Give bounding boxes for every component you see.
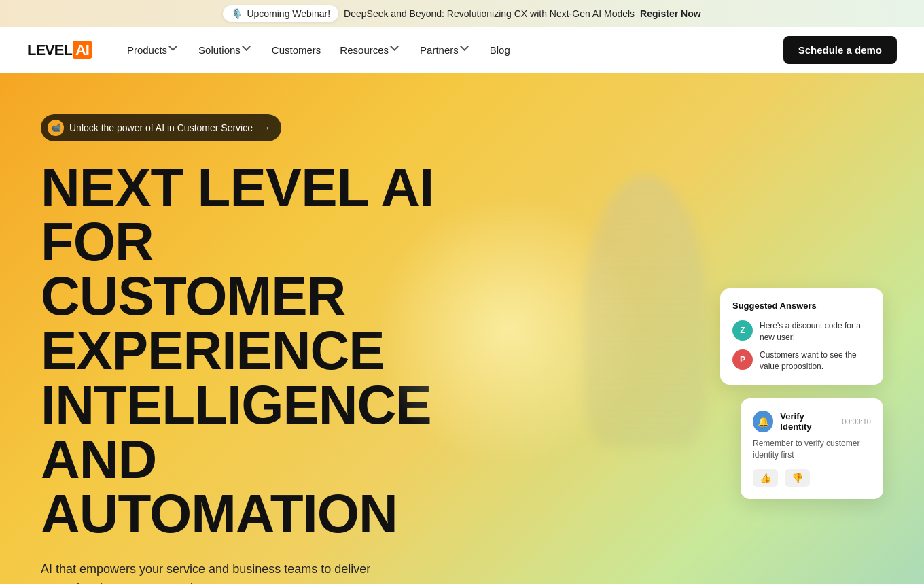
verify-title: Verify Identity <box>780 411 835 432</box>
hero-cards: Suggested Answers Z Here's a discount co… <box>720 288 883 499</box>
nav-resources[interactable]: Resources <box>332 39 409 61</box>
logo-highlight: AI <box>73 41 92 59</box>
verify-time: 00:00:10 <box>842 417 871 426</box>
suggestion-item-2: P Customers want to see the value propos… <box>732 350 871 373</box>
suggested-answers-card: Suggested Answers Z Here's a discount co… <box>720 288 883 385</box>
pill-video-icon: 📹 <box>48 120 64 136</box>
pill-arrow-icon: → <box>261 122 270 133</box>
suggestion-text-1: Here's a discount code for a new user! <box>760 320 871 343</box>
avatar-p: P <box>732 350 753 371</box>
hero-subtext: AI that empowers your service and busine… <box>41 560 421 584</box>
hero-section: 📹 Unlock the power of AI in Customer Ser… <box>0 73 924 584</box>
verify-actions: 👍 👎 <box>753 469 871 487</box>
schedule-demo-nav-button[interactable]: Schedule a demo <box>783 36 897 64</box>
headline-line3: INTELLIGENCE AND <box>41 375 431 489</box>
suggestion-item-1: Z Here's a discount code for a new user! <box>732 320 871 343</box>
webinar-badge: 🎙️ Upcoming Webinar! <box>223 5 338 22</box>
nav-solutions-label: Solutions <box>198 44 241 56</box>
nav-products-label: Products <box>127 44 167 56</box>
chevron-down-icon <box>243 46 253 55</box>
hero-pill-banner[interactable]: 📹 Unlock the power of AI in Customer Ser… <box>41 114 281 141</box>
headline-line4: AUTOMATION <box>41 483 397 544</box>
nav-blog-label: Blog <box>490 44 510 56</box>
thumbs-down-button[interactable]: 👎 <box>785 469 810 487</box>
nav-partners-label: Partners <box>420 44 459 56</box>
verify-header: 🔔 Verify Identity 00:00:10 <box>753 411 871 432</box>
suggestion-text-2: Customers want to see the value proposit… <box>760 350 871 373</box>
navbar: LEVELAI Products Solutions Customers Res… <box>0 27 924 73</box>
chevron-down-icon <box>170 46 179 55</box>
suggested-answers-title: Suggested Answers <box>732 300 871 311</box>
avatar-z: Z <box>732 320 753 341</box>
nav-products[interactable]: Products <box>119 39 188 61</box>
webinar-label: Upcoming Webinar! <box>247 8 330 19</box>
logo[interactable]: LEVELAI <box>27 41 92 59</box>
headline-line2: CUSTOMER EXPERIENCE <box>41 266 385 381</box>
nav-blog[interactable]: Blog <box>482 39 518 61</box>
announcement-bar: 🎙️ Upcoming Webinar! DeepSeek and Beyond… <box>0 0 924 27</box>
thumbs-up-button[interactable]: 👍 <box>753 469 778 487</box>
nav-solutions[interactable]: Solutions <box>190 39 261 61</box>
announcement-message: DeepSeek and Beyond: Revolutionizing CX … <box>344 8 635 19</box>
chevron-down-icon <box>461 46 471 55</box>
verify-bell-icon: 🔔 <box>753 411 773 432</box>
logo-text: LEVELAI <box>27 41 92 59</box>
register-link[interactable]: Register Now <box>640 8 700 19</box>
nav-links: Products Solutions Customers Resources P… <box>119 39 783 61</box>
hero-figure <box>584 175 707 447</box>
verify-identity-card: 🔔 Verify Identity 00:00:10 Remember to v… <box>741 398 883 499</box>
nav-customers[interactable]: Customers <box>264 39 330 61</box>
verify-left: 🔔 Verify Identity <box>753 411 835 432</box>
verify-desc: Remember to verify customer identity fir… <box>753 438 871 461</box>
pill-text: Unlock the power of AI in Customer Servi… <box>69 122 253 133</box>
nav-resources-label: Resources <box>340 44 389 56</box>
webinar-icon: 🎙️ <box>231 8 243 19</box>
hero-headline: NEXT LEVEL AI FOR CUSTOMER EXPERIENCE IN… <box>41 160 530 541</box>
chevron-down-icon <box>391 46 401 55</box>
headline-line1: NEXT LEVEL AI FOR <box>41 157 433 272</box>
nav-partners[interactable]: Partners <box>412 39 479 61</box>
nav-customers-label: Customers <box>272 44 321 56</box>
